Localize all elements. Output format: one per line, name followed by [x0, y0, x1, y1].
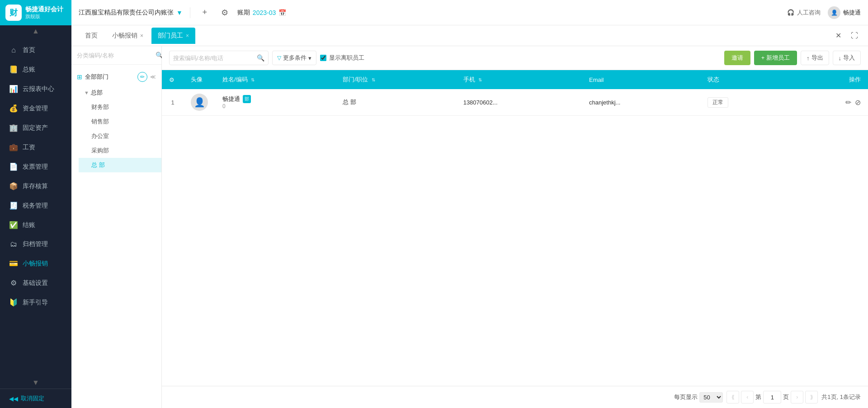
archive-icon: 🗂 [9, 240, 18, 248]
dept-item-sales[interactable]: 销售部 [79, 114, 161, 129]
tab-expense-close[interactable]: × [140, 33, 143, 39]
sidebar-nav: ⌂ 首页 📒 总账 📊 云报表中心 💰 资金管理 🏢 固定资产 💼 工资 📄 发… [0, 37, 71, 377]
tabs-maximize-button[interactable]: ⛶ [848, 29, 861, 42]
sidebar-item-payroll[interactable]: 💼 工资 [0, 138, 71, 157]
sidebar-item-label: 基础设置 [23, 279, 48, 287]
sort-dept-icon: ⇅ [372, 77, 375, 82]
cancel-pin-button[interactable]: ◀◀ 取消固定 [0, 389, 71, 408]
sidebar-item-reports[interactable]: 📊 云报表中心 [0, 79, 71, 99]
employee-table: ⚙ 头像 姓名/编码 ⇅ 部门/职位 ⇅ [162, 70, 868, 116]
page-di-label: 第 [755, 393, 761, 401]
logo-sub: 旗舰版 [25, 13, 63, 20]
page-input[interactable] [763, 391, 781, 403]
sidebar-item-label: 发票管理 [23, 163, 48, 171]
user-menu[interactable]: 👤 畅捷通 [828, 6, 861, 19]
export-button[interactable]: ↑ 导出 [801, 51, 829, 65]
page-next-button[interactable]: › [791, 391, 803, 403]
sidebar-scroll-up[interactable]: ▲ [0, 25, 71, 37]
avatar-icon: 👤 [831, 9, 838, 16]
dept-collapse-icon[interactable]: ≪ [150, 74, 156, 80]
page-first-button[interactable]: ⟪ [726, 391, 739, 403]
sidebar-item-expense[interactable]: 💳 小畅报销 [0, 254, 71, 273]
service-button[interactable]: 🎧 人工咨询 [787, 9, 821, 17]
td-num: 1 [162, 89, 184, 116]
sidebar-item-archive[interactable]: 🗂 归档管理 [0, 235, 71, 254]
sidebar-item-tax[interactable]: 🧾 税务管理 [0, 196, 71, 215]
employee-avatar: 👤 [191, 94, 208, 111]
tab-dept-close[interactable]: × [186, 33, 189, 39]
column-settings-icon[interactable]: ⚙ [169, 76, 175, 83]
sidebar-item-assets[interactable]: 🏢 固定资产 [0, 118, 71, 138]
sidebar-item-invoice[interactable]: 📄 发票管理 [0, 157, 71, 176]
th-dept[interactable]: 部门/职位 ⇅ [335, 70, 456, 89]
filter-button[interactable]: ▽ 更多条件 ▾ [272, 51, 316, 65]
dept-item-head[interactable]: 总 部 [79, 158, 161, 172]
edit-button[interactable]: ✏ [845, 98, 851, 107]
td-avatar: 👤 [184, 89, 215, 116]
tab-expense[interactable]: 小畅报销 × [106, 28, 150, 44]
dept-item-purchase[interactable]: 采购部 [79, 143, 161, 158]
dept-item-finance[interactable]: 财务部 [79, 100, 161, 114]
show-resigned-checkbox[interactable]: 显示离职员工 [320, 54, 364, 62]
employee-table-container: ⚙ 头像 姓名/编码 ⇅ 部门/职位 ⇅ [162, 70, 868, 386]
all-dept-row[interactable]: ⊞ 全部部门 ✏ ≪ [71, 68, 161, 85]
th-phone[interactable]: 手机 ⇅ [456, 70, 582, 89]
dept-search-input[interactable] [77, 52, 153, 59]
assets-icon: 🏢 [9, 123, 18, 132]
dept-group-head: ▼ 总部 财务部 销售部 办公室 采购部 总 部 [71, 85, 161, 172]
sidebar-item-label: 工资 [23, 143, 35, 152]
main-content: 首页 小畅报销 × 部门员工 × ✕ ⛶ 🔍 ⊞ 全部部门 [71, 25, 868, 408]
sidebar-item-funds[interactable]: 💰 资金管理 [0, 99, 71, 118]
sidebar-item-home[interactable]: ⌂ 首页 [0, 41, 71, 60]
sort-phone-icon: ⇅ [478, 77, 482, 82]
page-size-dropdown[interactable]: 10 20 50 100 [699, 392, 723, 403]
employee-search-input[interactable] [173, 55, 254, 62]
th-name[interactable]: 姓名/编码 ⇅ [215, 70, 335, 89]
page-prev-button[interactable]: ‹ [741, 391, 754, 403]
th-settings[interactable]: ⚙ [162, 70, 184, 89]
sidebar-item-ledger[interactable]: 📒 总账 [0, 60, 71, 79]
add-account-button[interactable]: + [198, 5, 212, 20]
company-selector[interactable]: 江西服宝精品有限责任公司内账张 ▼ [79, 9, 183, 17]
settings-button[interactable]: ⚙ [217, 5, 232, 20]
tab-dept[interactable]: 部门员工 × [151, 28, 195, 44]
left-panel: 🔍 ⊞ 全部部门 ✏ ≪ ▼ 总部 财务部 销售部 办公室 [71, 46, 162, 408]
sidebar-item-inventory[interactable]: 📦 库存核算 [0, 176, 71, 196]
sidebar-scroll-down[interactable]: ▼ [0, 377, 71, 389]
sidebar-item-label: 结账 [23, 221, 35, 229]
settings-icon: ⚙ [9, 279, 18, 287]
dept-group-head-label[interactable]: ▼ 总部 [79, 85, 161, 100]
tabs-close-button[interactable]: ✕ [832, 29, 844, 42]
sidebar-item-closing[interactable]: ✅ 结账 [0, 215, 71, 235]
dept-item-office[interactable]: 办公室 [79, 129, 161, 143]
page-last-button[interactable]: ⟫ [805, 391, 818, 403]
search-icon[interactable]: 🔍 [257, 54, 264, 62]
logout-button[interactable]: ⊘ [855, 98, 861, 107]
dept-edit-button[interactable]: ✏ [137, 72, 147, 82]
show-resigned-input[interactable] [320, 55, 326, 61]
add-employee-button[interactable]: + 新增员工 [754, 51, 797, 65]
status-badge: 正常 [708, 97, 728, 108]
closing-icon: ✅ [9, 221, 18, 229]
th-email: Email [582, 70, 700, 89]
sidebar-item-settings[interactable]: ⚙ 基础设置 [0, 273, 71, 293]
period-value: 2023-03 [253, 9, 276, 16]
avatar: 👤 [828, 6, 840, 19]
tab-dept-label: 部门员工 [158, 32, 183, 40]
invite-button[interactable]: 邀请 [724, 51, 750, 65]
td-dept: 总 部 [335, 89, 456, 116]
td-name: 畅捷通 部 0 [215, 89, 335, 116]
tax-icon: 🧾 [9, 201, 18, 210]
logo-icon: 财 [5, 5, 22, 21]
period-display: 账期 2023-03 📅 [237, 9, 286, 17]
inventory-icon: 📦 [9, 182, 18, 190]
calendar-icon[interactable]: 📅 [278, 9, 286, 16]
import-button[interactable]: ↓ 导入 [833, 51, 861, 65]
sidebar-logo: 财 畅捷通好会计 旗舰版 [0, 0, 71, 25]
topbar-right: 🎧 人工咨询 👤 畅捷通 [787, 6, 861, 19]
tab-home[interactable]: 首页 [79, 28, 104, 44]
sidebar-item-guide[interactable]: 🔰 新手引导 [0, 293, 71, 312]
topbar: 江西服宝精品有限责任公司内账张 ▼ + ⚙ 账期 2023-03 📅 🎧 人工咨… [71, 0, 868, 25]
company-dropdown-icon: ▼ [176, 9, 183, 16]
td-email: chanjethkj... [582, 89, 700, 116]
